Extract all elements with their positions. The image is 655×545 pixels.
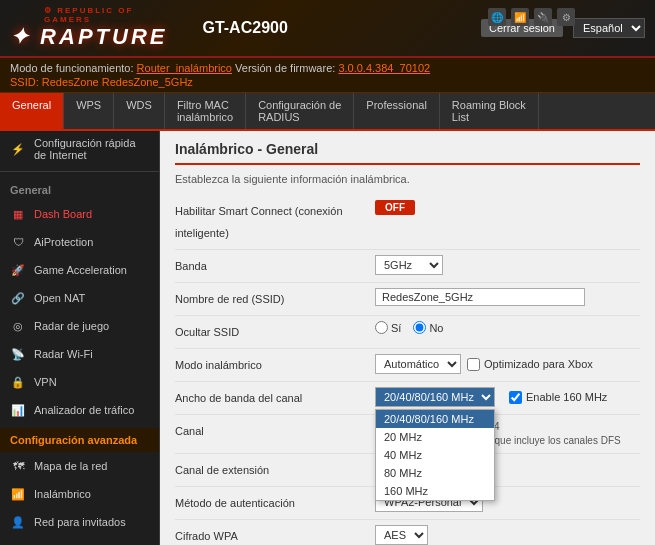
sidebar-item-traffic[interactable]: 📊 Analizador de tráfico [0,396,159,424]
tab-wps[interactable]: WPS [64,93,114,129]
sidebar: ⚡ Configuración rápida de Internet Gener… [0,131,160,545]
inalambrico-label: Inalámbrico [34,488,91,500]
ancho-banda-label: Ancho de banda del canal [175,387,375,409]
ssid-value2: RedesZone_5GHz [102,76,193,88]
logo-block: ⚙ REPUBLIC OFGAMERS ✦ RAPTURE [10,6,167,50]
sidebar-item-aiprotection[interactable]: 🛡 AiProtection [0,228,159,256]
smart-connect-label: Habilitar Smart Connect (conexión inteli… [175,200,375,244]
smart-connect-toggle[interactable]: OFF [375,200,415,215]
quick-config-label: Configuración rápida de Internet [34,137,149,161]
tab-filtro-mac[interactable]: Filtro MACinalámbrico [165,93,246,129]
sidebar-item-mapa[interactable]: 🗺 Mapa de la red [0,452,159,480]
header: ⚙ REPUBLIC OFGAMERS ✦ RAPTURE GT-AC2900 … [0,0,655,58]
auth-method-label: Método de autenticación [175,492,375,514]
tab-general[interactable]: General [0,93,64,129]
tab-wds[interactable]: WDS [114,93,165,129]
radio-si[interactable] [375,321,388,334]
open-nat-label: Open NAT [34,292,85,304]
cifrado-select[interactable]: AES [375,525,428,545]
model-label: GT-AC2900 [202,19,481,37]
subheader: Modo de funcionamiento: Router_inalámbri… [0,58,655,93]
dashboard-label: Dash Board [34,208,92,220]
main-content: Inalámbrico - General Establezca la sigu… [160,131,655,545]
aiprotection-label: AiProtection [34,236,93,248]
sidebar-item-dashboard[interactable]: ▦ Dash Board [0,200,159,228]
ocultar-ssid-row: Ocultar SSID Sí No [175,316,640,349]
sidebar-item-game-accel[interactable]: 🚀 Game Acceleration [0,256,159,284]
cifrado-row: Cifrado WPA AES [175,520,640,545]
ancho-banda-select[interactable]: 20/40/80/160 MHz [375,387,495,407]
tab-roaming[interactable]: Roaming BlockList [440,93,539,129]
ancho-banda-control: 20/40/80/160 MHz 20/40/80/160 MHz 20 MHz… [375,387,640,407]
mode-label: Modo de funcionamiento: [10,62,134,74]
rog-text: ⚙ REPUBLIC OFGAMERS [44,6,133,24]
modo-inalambrico-control: Automático Optimizado para Xbox [375,354,640,374]
canal-label: Canal [175,420,375,442]
rapture-logo: ✦ RAPTURE [10,24,167,50]
tab-bar: General WPS WDS Filtro MACinalámbrico Co… [0,93,655,131]
chart-icon: 📊 [10,402,26,418]
enable160-checkbox[interactable] [509,391,522,404]
ssid-row: Nombre de red (SSID) [175,283,640,316]
icon-usb: 🔌 [534,8,552,26]
dropdown-item-20[interactable]: 20 MHz [376,428,494,446]
banda-control: 5GHz 2.4GHz [375,255,640,275]
radio-si-label: Sí [375,321,401,334]
radio-no[interactable] [413,321,426,334]
cifrado-label: Cifrado WPA [175,525,375,545]
mode-link[interactable]: Router_inalámbrico [137,62,232,74]
ssid-input[interactable] [375,288,585,306]
sidebar-item-lan[interactable]: 🖧 LAN [0,536,159,545]
language-select[interactable]: Español [573,18,645,38]
modo-select[interactable]: Automático [375,354,461,374]
map-icon: 🗺 [10,458,26,474]
sidebar-item-radar-juego[interactable]: ◎ Radar de juego [0,312,159,340]
vpn-icon: 🔒 [10,374,26,390]
sidebar-item-open-nat[interactable]: 🔗 Open NAT [0,284,159,312]
icon-wifi: 📶 [511,8,529,26]
ssid-label: SSID: [10,76,39,88]
radar-wifi-label: Radar Wi-Fi [34,348,93,360]
mapa-label: Mapa de la red [34,460,107,472]
tab-radius[interactable]: Configuración deRADIUS [246,93,354,129]
smart-connect-control: OFF [375,200,640,215]
game-accel-label: Game Acceleration [34,264,127,276]
page-title: Inalámbrico - General [175,141,640,165]
status-icons: 🌐 📶 🔌 ⚙ [488,8,575,26]
fw-link[interactable]: 3.0.0.4.384_70102 [338,62,430,74]
cifrado-control: AES [375,525,640,545]
xbox-checkbox[interactable] [467,358,480,371]
dropdown-item-80[interactable]: 80 MHz [376,464,494,482]
ssid-control [375,288,640,306]
tab-professional[interactable]: Professional [354,93,440,129]
dropdown-item-160[interactable]: 160 MHz [376,482,494,500]
main-layout: ⚡ Configuración rápida de Internet Gener… [0,131,655,545]
rocket-icon: 🚀 [10,262,26,278]
config-avanzada-label: Configuración avanzada [10,434,137,446]
general-section-label: General [0,176,159,200]
ocultar-ssid-control: Sí No [375,321,640,334]
sidebar-item-quick-config[interactable]: ⚡ Configuración rápida de Internet [0,131,159,167]
traffic-label: Analizador de tráfico [34,404,134,416]
banda-label: Banda [175,255,375,277]
firmware-info: Modo de funcionamiento: Router_inalámbri… [10,62,645,74]
wireless-icon: 📶 [10,486,26,502]
wifi-icon: 📡 [10,346,26,362]
sidebar-item-vpn[interactable]: 🔒 VPN [0,368,159,396]
header-controls: 🌐 📶 🔌 ⚙ Cerrar sesión Español [481,18,645,38]
radio-no-label: No [413,321,443,334]
dropdown-item-40[interactable]: 40 MHz [376,446,494,464]
ancho-banda-row: Ancho de banda del canal 20/40/80/160 MH… [175,382,640,415]
ssid-value1: RedesZone [42,76,99,88]
sidebar-item-radar-wifi[interactable]: 📡 Radar Wi-Fi [0,340,159,368]
ssid-field-label: Nombre de red (SSID) [175,288,375,310]
icon-settings[interactable]: ⚙ [557,8,575,26]
quick-config-icon: ⚡ [10,141,26,157]
ssid-info: SSID: RedesZone RedesZone_5GHz [10,76,645,88]
modo-inalambrico-row: Modo inalámbrico Automático Optimizado p… [175,349,640,382]
sidebar-item-red-invitados[interactable]: 👤 Red para invitados [0,508,159,536]
banda-select[interactable]: 5GHz 2.4GHz [375,255,443,275]
dropdown-item-160all[interactable]: 20/40/80/160 MHz [376,410,494,428]
sidebar-item-inalambrico[interactable]: 📶 Inalámbrico [0,480,159,508]
enable160-label: Enable 160 MHz [509,391,607,404]
